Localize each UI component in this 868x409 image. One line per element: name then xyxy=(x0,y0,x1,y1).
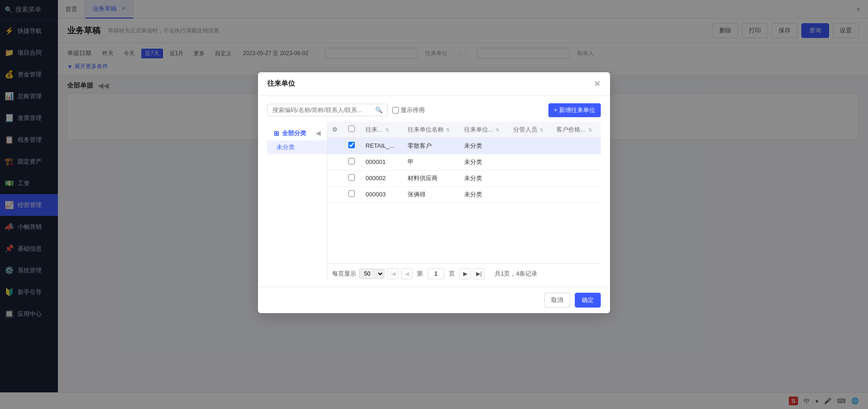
row-name-cell: 零散客户 xyxy=(403,138,459,154)
row-settings-cell xyxy=(327,186,344,202)
row-checkbox-cell[interactable] xyxy=(344,170,361,186)
category-panel: ⊞ 全部分类 ◀ 未分类 xyxy=(267,122,327,279)
show-disabled-checkbox[interactable] xyxy=(392,107,399,113)
dialog-body: 🔍 显示停用 + 新增往来单位 ⊞ 全部分类 ◀ 未分类 xyxy=(258,96,610,287)
page-size-select[interactable]: 50 100 xyxy=(359,269,384,279)
table-row[interactable]: 000002 材料供应商 未分类 xyxy=(327,170,601,186)
last-page-btn[interactable]: ▶| xyxy=(473,268,484,279)
col-manager: 分管人员 ⇅ xyxy=(509,122,552,138)
col-price: 客户价格... ⇅ xyxy=(552,122,601,138)
row-price-cell xyxy=(552,154,601,170)
dialog-search-bar: 🔍 显示停用 + 新增往来单位 xyxy=(267,103,601,117)
col-name-label: 往来单位名称 xyxy=(408,126,444,133)
row-settings-cell xyxy=(327,170,344,186)
row-name-cell: 张俩得 xyxy=(403,186,459,202)
prev-page-btn[interactable]: ◀ xyxy=(401,268,412,279)
first-page-btn[interactable]: |◀ xyxy=(387,268,398,279)
col-price-label: 客户价格... xyxy=(556,126,585,133)
confirm-button[interactable]: 确定 xyxy=(575,293,601,308)
row-manager-cell xyxy=(509,154,552,170)
row-category-cell: 未分类 xyxy=(459,186,509,202)
collapse-left-icon[interactable]: ◀ xyxy=(316,130,321,137)
row-code-cell: RETAIL_... xyxy=(361,138,403,154)
partner-dialog: 往来单位 ✕ 🔍 显示停用 + 新增往来单位 ⊞ 全部分类 ◀ xyxy=(258,72,610,313)
page-label-pre: 第 xyxy=(417,270,423,278)
partner-table: ⚙ 往来... ⇅ 往来单位名称 xyxy=(327,122,601,203)
row-price-cell xyxy=(552,170,601,186)
select-all-checkbox[interactable] xyxy=(348,126,355,132)
dialog-split-view: ⊞ 全部分类 ◀ 未分类 ⚙ xyxy=(267,122,601,279)
cancel-button[interactable]: 取消 xyxy=(544,293,570,308)
search-icon: 🔍 xyxy=(375,107,383,113)
row-checkbox-cell[interactable] xyxy=(344,154,361,170)
dialog-search-input[interactable] xyxy=(272,107,372,113)
row-checkbox-cell[interactable] xyxy=(344,186,361,202)
row-settings-cell xyxy=(327,154,344,170)
dialog-title: 往来单位 xyxy=(267,79,295,88)
row-manager-cell xyxy=(509,170,552,186)
col-code-label: 往来... xyxy=(365,126,383,133)
show-disabled-label: 显示停用 xyxy=(401,106,425,114)
table-row[interactable]: RETAIL_... 零散客户 未分类 xyxy=(327,138,601,154)
row-category-cell: 未分类 xyxy=(459,170,509,186)
show-disabled-toggle[interactable]: 显示停用 xyxy=(392,106,425,114)
next-page-btn[interactable]: ▶ xyxy=(459,268,471,279)
row-name-cell: 甲 xyxy=(403,154,459,170)
dialog-close-button[interactable]: ✕ xyxy=(594,79,601,89)
grid-icon: ⊞ xyxy=(274,130,279,137)
page-label-post: 页 xyxy=(449,270,455,278)
row-price-cell xyxy=(552,138,601,154)
sort-code-icon[interactable]: ⇅ xyxy=(385,127,389,132)
col-category-label: 往来单位... xyxy=(464,126,493,133)
col-manager-label: 分管人员 xyxy=(513,126,537,133)
row-price-cell xyxy=(552,186,601,202)
row-checkbox[interactable] xyxy=(348,174,355,181)
settings-col-icon[interactable]: ⚙ xyxy=(332,126,338,133)
col-category: 往来单位... ⇅ xyxy=(459,122,509,138)
row-code-cell: 000002 xyxy=(361,170,403,186)
sort-category-icon[interactable]: ⇅ xyxy=(496,127,499,132)
dialog-header: 往来单位 ✕ xyxy=(258,72,610,96)
row-manager-cell xyxy=(509,138,552,154)
dialog-table-scroll[interactable]: ⚙ 往来... ⇅ 往来单位名称 xyxy=(327,122,601,263)
add-partner-button[interactable]: + 新增往来单位 xyxy=(548,103,601,117)
current-page-input[interactable] xyxy=(428,268,444,279)
category-item-unclassified[interactable]: 未分类 xyxy=(267,140,327,154)
total-records-label: 共1页，4条记录 xyxy=(495,270,537,278)
dialog-pagination: 每页显示 50 100 |◀ ◀ 第 页 ▶ ▶| 共1页，4条记录 xyxy=(327,263,601,279)
row-checkbox[interactable] xyxy=(348,190,355,197)
col-settings[interactable]: ⚙ xyxy=(327,122,344,138)
row-checkbox[interactable] xyxy=(348,158,355,164)
dialog-search-field[interactable]: 🔍 xyxy=(267,104,388,116)
row-category-cell: 未分类 xyxy=(459,154,509,170)
col-code: 往来... ⇅ xyxy=(361,122,403,138)
sort-price-icon[interactable]: ⇅ xyxy=(588,127,592,132)
col-checkbox[interactable] xyxy=(344,122,361,138)
row-code-cell: 000001 xyxy=(361,154,403,170)
table-row[interactable]: 000001 甲 未分类 xyxy=(327,154,601,170)
row-checkbox-cell[interactable] xyxy=(344,138,361,154)
row-code-cell: 000003 xyxy=(361,186,403,202)
category-header-label: 全部分类 xyxy=(282,129,306,138)
row-name-cell: 材料供应商 xyxy=(403,170,459,186)
row-settings-cell xyxy=(327,138,344,154)
sort-name-icon[interactable]: ⇅ xyxy=(446,127,450,132)
table-row[interactable]: 000003 张俩得 未分类 xyxy=(327,186,601,202)
category-header[interactable]: ⊞ 全部分类 ◀ xyxy=(267,126,327,140)
page-size-label: 每页显示 xyxy=(332,270,356,278)
row-checkbox[interactable] xyxy=(348,142,355,148)
dialog-footer: 取消 确定 xyxy=(258,287,610,313)
sort-manager-icon[interactable]: ⇅ xyxy=(540,127,543,132)
row-manager-cell xyxy=(509,186,552,202)
row-category-cell: 未分类 xyxy=(459,138,509,154)
category-label: 未分类 xyxy=(277,144,295,151)
dialog-table-panel: ⚙ 往来... ⇅ 往来单位名称 xyxy=(327,122,601,279)
col-name: 往来单位名称 ⇅ xyxy=(403,122,459,138)
